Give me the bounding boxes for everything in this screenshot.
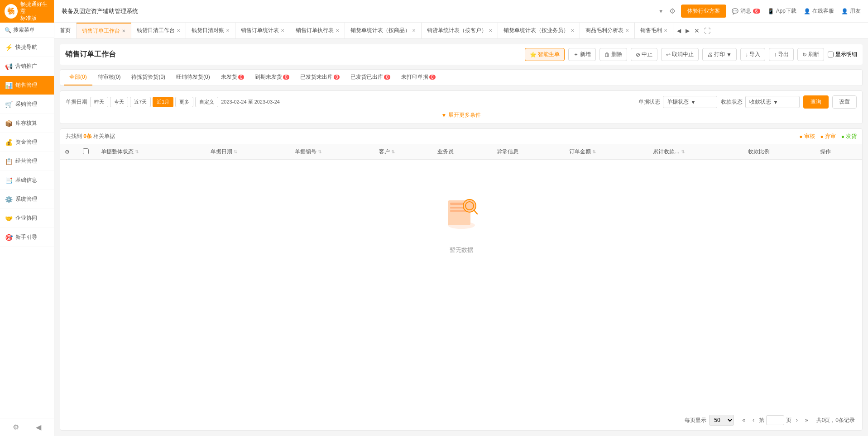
experience-btn[interactable]: 体验行业方案	[681, 5, 726, 18]
sidebar-item-system[interactable]: ⚙️ 系统管理	[0, 190, 54, 209]
tab-sales-by-staff[interactable]: 销货单统计表（按业务员） ✕	[498, 23, 580, 39]
tab-close-icon[interactable]: ✕	[122, 28, 125, 33]
tab-close-icon[interactable]: ✕	[281, 28, 284, 33]
dropdown-arrow-icon[interactable]: ▼	[658, 8, 664, 14]
sidebar-item-finance[interactable]: 💰 资金管理	[0, 133, 54, 152]
search-icon: 🔍	[5, 27, 11, 33]
tab-close-icon[interactable]: ✕	[625, 28, 629, 33]
review-dot: ●	[799, 133, 802, 140]
more-btn[interactable]: 更多	[175, 97, 193, 107]
sidebar-item-operations[interactable]: 📋 经营管理	[0, 152, 54, 171]
expand-filter-btn[interactable]: ▼ 展开更多条件	[66, 111, 857, 119]
sidebar-item-inventory[interactable]: 📦 库存核算	[0, 114, 54, 133]
sidebar-item-sales[interactable]: 📊 销售管理	[0, 76, 54, 95]
sub-tab-all[interactable]: 全部(0)	[64, 70, 92, 85]
cancel-stop-btn[interactable]: ↩ 取消中止	[661, 48, 699, 61]
tab-home[interactable]: 首页	[54, 23, 77, 39]
page-size-select[interactable]: 10 20 50 100	[709, 415, 734, 426]
online-service-btn[interactable]: 👤 在线客服	[804, 7, 834, 15]
svg-line-7	[474, 210, 477, 214]
sort-icon[interactable]: ⇅	[592, 149, 596, 154]
sort-icon[interactable]: ⇅	[391, 149, 395, 154]
payment-select[interactable]: 收款状态 ▼	[745, 96, 800, 108]
sub-tab-expired-not-shipped[interactable]: 到期未发货0	[249, 70, 295, 85]
tab-sales-profit[interactable]: 销售毛利 ✕	[635, 23, 673, 39]
tab-sales-exec[interactable]: 销售订单执行表 ✕	[290, 23, 345, 39]
print-btn[interactable]: 🖨 打印 ▼	[702, 48, 737, 61]
tab-close-all-icon[interactable]: ✕	[692, 26, 701, 35]
detail-checkbox-input[interactable]	[828, 52, 834, 57]
refresh-btn[interactable]: ↻ 刷新	[797, 48, 824, 61]
smart-gen-btn[interactable]: ⭐ 智能生单	[525, 48, 565, 61]
sidebar-item-enterprise[interactable]: 🤝 企业协同	[0, 209, 54, 228]
message-btn[interactable]: 💬 消息 6	[732, 7, 760, 15]
sort-icon[interactable]: ⇅	[318, 149, 321, 154]
tab-cash-account[interactable]: 钱货日清对账 ✕	[186, 23, 235, 39]
tab-sales-stats[interactable]: 销售订单统计表 ✕	[235, 23, 290, 39]
show-detail-checkbox[interactable]: 显示明细	[828, 51, 857, 58]
settings-gear-icon[interactable]: ⚙	[13, 423, 19, 431]
tab-close-icon[interactable]: ✕	[177, 28, 180, 33]
th-setting[interactable]: ⚙	[60, 144, 78, 160]
tab-prev-icon[interactable]: ◀	[675, 27, 683, 35]
sub-tab-shipped-out[interactable]: 已发货已出库0	[345, 70, 396, 85]
tab-sales-by-product[interactable]: 销货单统计表（按商品） ✕	[345, 23, 422, 39]
tab-sales-workbench[interactable]: 销售订单工作台 ✕	[77, 23, 131, 39]
sidebar-item-purchase[interactable]: 🛒 采购管理	[0, 95, 54, 114]
tab-close-icon[interactable]: ✕	[412, 28, 416, 33]
query-btn[interactable]: 查询	[803, 95, 829, 109]
tab-cash-daily[interactable]: 钱货日清工作台 ✕	[131, 23, 186, 39]
sidebar-item-marketing[interactable]: 📢 营销推广	[0, 57, 54, 76]
cancel-review-op[interactable]: ● 弃审	[820, 133, 836, 140]
tab-expand-icon[interactable]: ⛶	[702, 26, 712, 35]
sort-icon[interactable]: ⇅	[135, 149, 139, 154]
7days-btn[interactable]: 近7天	[130, 97, 151, 107]
sub-tab-pending-inspect[interactable]: 待拣货验货(0)	[126, 70, 171, 85]
export-btn[interactable]: ↑ 导出	[769, 48, 794, 61]
tab-gross-analysis[interactable]: 商品毛利分析表 ✕	[580, 23, 635, 39]
sub-tab-shipped-not-out[interactable]: 已发货未出库0	[295, 70, 345, 85]
sort-icon[interactable]: ⇅	[681, 149, 685, 154]
first-page-btn[interactable]: «	[739, 416, 748, 425]
today-btn[interactable]: 今天	[110, 97, 128, 107]
sidebar-search[interactable]: 🔍 搜索菜单	[0, 23, 54, 38]
1month-btn[interactable]: 近1月	[153, 97, 173, 107]
th-checkbox[interactable]	[78, 144, 96, 160]
page-number-input[interactable]: 1	[766, 415, 784, 425]
yesterday-btn[interactable]: 昨天	[90, 97, 108, 107]
select-all-checkbox[interactable]	[83, 148, 89, 154]
delete-btn[interactable]: 🗑 删除	[599, 48, 627, 61]
status-select[interactable]: 单据状态 ▼	[663, 96, 717, 108]
user-btn[interactable]: 👤 用友	[841, 7, 861, 15]
app-download-btn[interactable]: 📱 App下载	[767, 7, 796, 15]
sub-tab-wangpu[interactable]: 旺铺待发货(0)	[171, 70, 216, 85]
last-page-btn[interactable]: »	[802, 416, 811, 425]
tab-sales-by-customer[interactable]: 销货单统计表（按客户） ✕	[422, 23, 498, 39]
add-btn[interactable]: ＋ 新增	[568, 48, 596, 61]
sub-tab-not-printed[interactable]: 未打印单据0	[396, 70, 441, 85]
sidebar-item-guide[interactable]: 🎯 新手引导	[0, 228, 54, 247]
collapse-icon[interactable]: ◀	[36, 423, 41, 431]
set-btn[interactable]: 设置	[832, 95, 857, 109]
sub-tab-not-shipped[interactable]: 未发货0	[216, 70, 250, 85]
table-scroll-area[interactable]: ⚙ 单据整体状态 ⇅ 单据日期 ⇅ 单据编号	[60, 144, 862, 410]
tab-close-icon[interactable]: ✕	[571, 28, 574, 33]
import-btn[interactable]: ↓ 导入	[740, 48, 765, 61]
next-page-btn[interactable]: ›	[793, 416, 801, 425]
send-op[interactable]: ● 发货	[841, 133, 857, 140]
tab-close-icon[interactable]: ✕	[226, 28, 230, 33]
review-op[interactable]: ● 审核	[799, 133, 815, 140]
tab-close-icon[interactable]: ✕	[664, 28, 667, 33]
sub-tab-pending-review[interactable]: 待审核(0)	[92, 70, 126, 85]
tab-close-icon[interactable]: ✕	[336, 28, 339, 33]
custom-btn[interactable]: 自定义	[195, 97, 218, 107]
tab-next-icon[interactable]: ▶	[684, 27, 691, 35]
stop-btn[interactable]: ⊘ 中止	[631, 48, 657, 61]
sort-icon[interactable]: ⇅	[234, 149, 237, 154]
tab-close-icon[interactable]: ✕	[489, 28, 492, 33]
prev-page-btn[interactable]: ‹	[750, 416, 757, 425]
sidebar-item-basic[interactable]: 📑 基础信息	[0, 171, 54, 190]
settings-icon[interactable]: ⚙	[669, 7, 676, 15]
header-actions: 💬 消息 6 📱 App下载 👤 在线客服 👤 用友	[732, 7, 861, 15]
sidebar-item-quick-nav[interactable]: ⚡ 快捷导航	[0, 38, 54, 57]
